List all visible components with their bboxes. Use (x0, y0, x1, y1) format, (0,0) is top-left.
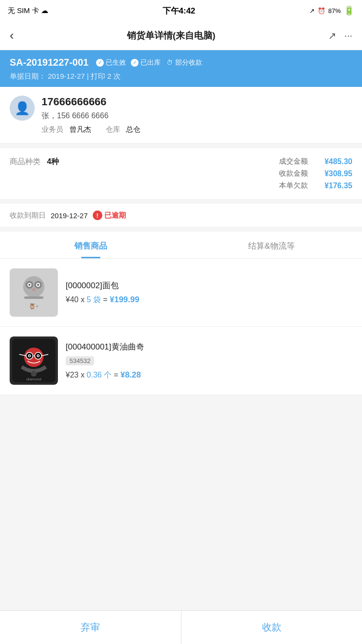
location-icon: ↗ (309, 7, 315, 14)
product-name-2: [000400001]黄油曲奇 (66, 341, 352, 352)
product-price-2: ¥23 (66, 371, 79, 379)
due-date-section: 收款到期日 2019-12-27 ! 已逾期 (0, 204, 362, 227)
warehouse-label: 仓库 (106, 125, 120, 133)
tab-settlement[interactable]: 结算&物流等 (181, 232, 362, 258)
status-time: 下午4:42 (163, 5, 195, 16)
tab-settlement-label: 结算&物流等 (248, 241, 294, 251)
page-title: 销货单详情(来自电脑) (127, 29, 216, 42)
badge-list: ✓ 已生效 ✓ 已出库 ⏱ 部分收款 (96, 58, 202, 67)
summary-amounts: 成交金额 ¥485.30 收款金额 ¥308.95 本单欠款 ¥176.35 (279, 157, 352, 190)
badge-effective: ✓ 已生效 (96, 58, 126, 67)
svg-point-22 (31, 371, 37, 377)
product-multiply-1: x (81, 295, 86, 304)
customer-section: 👤 17666666666 张，156 6666 6666 业务员 曾凡杰 仓库… (0, 87, 362, 143)
due-date-label: 收款到期日 (10, 211, 46, 220)
nav-bar: ‹ 销货单详情(来自电脑) ↗ ··· (0, 21, 362, 50)
salesperson-label: 业务员 (42, 125, 63, 133)
share-button[interactable]: ↗ (328, 30, 336, 42)
person-icon: 👤 (14, 101, 30, 116)
svg-text:🦉+: 🦉+ (29, 303, 39, 309)
product-info-2: [000400001]黄油曲奇 534532 ¥23 x 0.36 个 = ¥8… (66, 341, 352, 380)
badge-partial-label: 部分收款 (175, 58, 202, 67)
product-thumbnail-2: diamond (10, 336, 58, 385)
warehouse-value: 总仓 (126, 125, 140, 133)
transaction-value: ¥485.30 (314, 157, 352, 166)
salesperson-value: 曾凡杰 (70, 125, 91, 133)
product-equals-2: = (114, 371, 121, 379)
svg-point-7 (37, 284, 39, 286)
badge-partial: ⏱ 部分收款 (166, 58, 202, 67)
check-icon-1: ✓ (96, 59, 104, 67)
transaction-amount-row: 成交金额 ¥485.30 (279, 157, 352, 166)
tab-products[interactable]: 销售商品 (0, 232, 181, 258)
status-left: 无 SIM 卡 ☁ (8, 6, 48, 15)
more-button[interactable]: ··· (344, 30, 352, 41)
salesperson-item: 业务员 曾凡杰 (42, 125, 91, 134)
outstanding-label: 本单欠款 (279, 181, 308, 190)
overdue-badge: ! 已逾期 (93, 210, 126, 220)
product-price-line-2: ¥23 x 0.36 个 = ¥8.28 (66, 370, 352, 380)
overdue-icon: ! (93, 210, 102, 220)
check-icon-2: ✓ (131, 59, 139, 67)
badge-shipped-label: 已出库 (140, 58, 161, 67)
received-label: 收款金额 (279, 169, 308, 178)
product-qty-1: 5 (87, 295, 91, 304)
product-price-1: ¥40 (66, 295, 79, 304)
tabs-section: 销售商品 结算&物流等 (0, 232, 362, 259)
date-label: 单据日期： (10, 72, 46, 80)
product-equals-1: = (103, 295, 110, 304)
outstanding-value: ¥176.35 (314, 182, 352, 190)
owl-logo: 🦉+ (10, 268, 58, 317)
product-image-svg: diamond (12, 339, 56, 382)
print-label: | 打印 2 次 (87, 72, 121, 80)
customer-meta: 业务员 曾凡杰 仓库 总仓 (42, 125, 352, 134)
nav-actions: ↗ ··· (328, 30, 352, 42)
svg-point-18 (38, 355, 39, 357)
product-name-1: [0000002]面包 (66, 280, 352, 291)
alarm-icon: ⏰ (318, 7, 325, 14)
summary-section: 商品种类 4种 成交金额 ¥485.30 收款金额 ¥308.95 本单欠款 ¥… (0, 148, 362, 199)
customer-phone: 张，156 6666 6666 (42, 111, 352, 121)
bottom-bar: 弃审 收款 (0, 610, 362, 644)
header-banner: SA-20191227-001 ✓ 已生效 ✓ 已出库 ⏱ 部分收款 单据日期：… (0, 50, 362, 87)
due-date-value: 2019-12-27 (51, 211, 88, 220)
signal-text: 无 SIM 卡 ☁ (8, 6, 48, 15)
cancel-audit-button[interactable]: 弃审 (0, 611, 181, 644)
product-total-2: ¥8.28 (120, 370, 141, 379)
customer-name: 17666666666 (42, 96, 352, 108)
cancel-audit-label: 弃审 (81, 621, 100, 634)
avatar: 👤 (10, 96, 35, 121)
battery-text: 87% (328, 7, 341, 14)
products-section: 🦉+ [0000002]面包 ¥40 x 5 袋 = ¥199.99 (0, 259, 362, 395)
product-unit-1: 袋 (93, 295, 101, 304)
product-thumbnail-1: 🦉+ (10, 268, 58, 317)
order-id: SA-20191227-001 (10, 57, 88, 68)
product-type-count: 4种 (47, 157, 59, 166)
product-item: 🦉+ [0000002]面包 ¥40 x 5 袋 = ¥199.99 (0, 259, 362, 327)
product-multiply-2: x (81, 371, 86, 379)
product-unit-2: 个 (104, 371, 111, 379)
svg-text:diamond: diamond (27, 377, 42, 381)
banner-date: 单据日期： 2019-12-27 | 打印 2 次 (10, 72, 352, 81)
badge-effective-label: 已生效 (106, 58, 126, 67)
outstanding-amount-row: 本单欠款 ¥176.35 (279, 181, 352, 190)
badge-shipped: ✓ 已出库 (131, 58, 161, 67)
product-image-2: diamond (10, 336, 58, 385)
received-value: ¥308.95 (314, 169, 352, 178)
collect-payment-label: 收款 (262, 621, 281, 634)
status-bar: 无 SIM 卡 ☁ 下午4:42 ↗ ⏰ 87% 🔋 (0, 0, 362, 21)
product-item-2: diamond [000400001]黄油曲奇 534532 ¥23 x 0.3… (0, 327, 362, 395)
battery-icon: 🔋 (344, 5, 354, 16)
warehouse-item: 仓库 总仓 (106, 125, 141, 134)
product-info-1: [0000002]面包 ¥40 x 5 袋 = ¥199.99 (66, 280, 352, 305)
svg-point-17 (29, 355, 30, 357)
clock-icon: ⏱ (166, 59, 173, 67)
collect-payment-button[interactable]: 收款 (181, 611, 362, 644)
product-qty-2: 0.36 (87, 371, 102, 379)
received-amount-row: 收款金额 ¥308.95 (279, 169, 352, 178)
tab-products-label: 销售商品 (74, 241, 107, 251)
back-button[interactable]: ‹ (10, 28, 14, 43)
date-value: 2019-12-27 (48, 72, 85, 80)
product-type-label: 商品种类 (10, 157, 41, 166)
customer-info: 17666666666 张，156 6666 6666 业务员 曾凡杰 仓库 总… (42, 96, 352, 134)
